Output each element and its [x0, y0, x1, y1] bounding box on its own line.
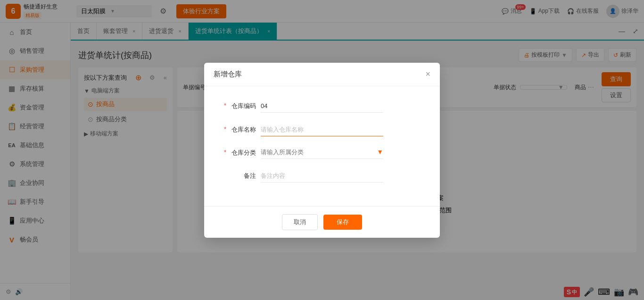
warehouse-code-label: 仓库编码 [223, 102, 261, 110]
warehouse-name-row: 仓库名称 [223, 123, 421, 136]
cancel-button[interactable]: 取消 [282, 214, 318, 230]
modal-body: 仓库编码 仓库名称 仓库分类 ▼ 备注 [204, 86, 440, 206]
warehouse-code-row: 仓库编码 [223, 100, 421, 113]
warehouse-category-row: 仓库分类 ▼ [223, 147, 421, 159]
remark-row: 备注 [223, 169, 421, 183]
modal-overlay[interactable]: 新增仓库 × 仓库编码 仓库名称 仓库分类 ▼ 备注 [0, 0, 644, 300]
warehouse-category-select[interactable]: ▼ [261, 147, 383, 159]
modal-title: 新增仓库 [214, 70, 242, 79]
save-button[interactable]: 保存 [323, 215, 362, 230]
warehouse-name-input[interactable] [261, 123, 383, 136]
warehouse-category-label: 仓库分类 [223, 149, 261, 157]
remark-label: 备注 [223, 172, 261, 180]
modal-header: 新增仓库 × [204, 63, 440, 86]
warehouse-category-input[interactable] [261, 147, 377, 158]
modal-close-button[interactable]: × [425, 69, 430, 79]
warehouse-code-input[interactable] [261, 100, 383, 113]
category-dropdown-icon: ▼ [377, 148, 383, 156]
warehouse-name-label: 仓库名称 [223, 125, 261, 134]
remark-input[interactable] [261, 169, 383, 183]
new-warehouse-modal: 新增仓库 × 仓库编码 仓库名称 仓库分类 ▼ 备注 [204, 63, 440, 238]
modal-footer: 取消 保存 [204, 206, 440, 238]
